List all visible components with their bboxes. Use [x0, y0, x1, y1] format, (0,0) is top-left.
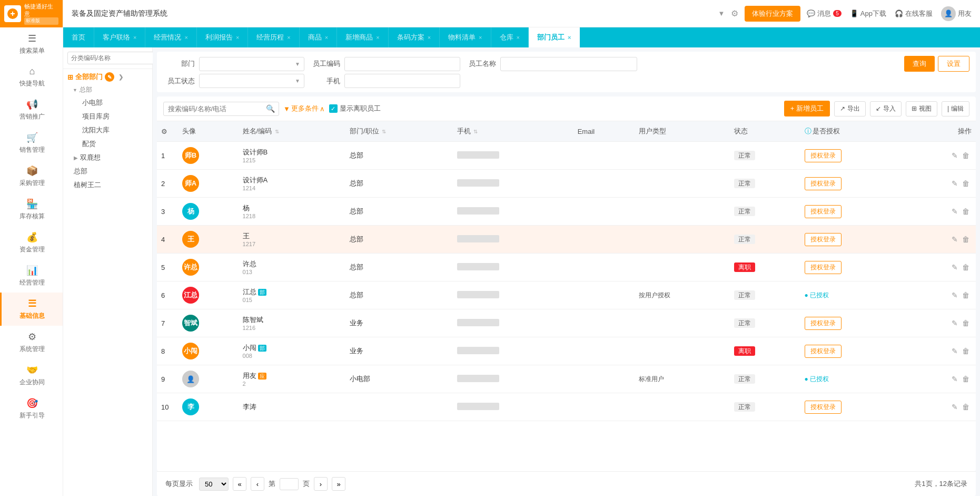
- dept-node-zhishu[interactable]: 植树王二: [70, 178, 148, 192]
- edit-employee-btn[interactable]: ✎: [952, 235, 958, 244]
- delete-employee-btn[interactable]: 🗑: [962, 375, 969, 383]
- edit-employee-btn[interactable]: ✎: [952, 319, 958, 327]
- sidebar-item-guide[interactable]: 🎯 新手引导: [0, 392, 63, 425]
- sidebar-item-marketing[interactable]: 📢 营销推广: [0, 93, 63, 127]
- import-btn[interactable]: ↙ 导入: [870, 101, 902, 116]
- employee-search-icon[interactable]: 🔍: [266, 104, 275, 113]
- tab-bom-close[interactable]: ×: [479, 34, 482, 41]
- sidebar-item-basic[interactable]: ☰ 基础信息: [0, 293, 63, 326]
- edit-employee-btn[interactable]: ✎: [952, 403, 958, 411]
- tab-operation-history-close[interactable]: ×: [287, 34, 290, 41]
- edit-employee-btn[interactable]: ✎: [952, 179, 958, 188]
- last-page-btn[interactable]: »: [332, 477, 345, 491]
- delete-employee-btn[interactable]: 🗑: [962, 235, 969, 244]
- dept-collapse-btn[interactable]: ✎: [105, 72, 114, 82]
- query-btn[interactable]: 查询: [904, 56, 935, 72]
- auth-login-btn[interactable]: 授权登录: [805, 149, 842, 162]
- edit-employee-btn[interactable]: ✎: [952, 347, 958, 355]
- tab-profit[interactable]: 利润报告 ×: [197, 27, 248, 47]
- tab-goods[interactable]: 商品 ×: [300, 27, 337, 47]
- tab-barcode[interactable]: 条码方案 ×: [389, 27, 440, 47]
- tab-operation-status[interactable]: 经营情况 ×: [145, 27, 196, 47]
- user-action[interactable]: 👤 用友: [941, 6, 972, 21]
- auth-login-btn[interactable]: 授权登录: [805, 401, 842, 414]
- settings-gear-icon[interactable]: ⚙: [731, 8, 738, 18]
- message-action[interactable]: 💬 消息 5: [807, 9, 842, 18]
- dept-node-shenyang[interactable]: 沈阳大库: [78, 123, 148, 137]
- col-settings[interactable]: ⚙: [157, 121, 178, 142]
- tab-customer[interactable]: 客户联络 ×: [94, 27, 145, 47]
- emp-name-input[interactable]: [500, 57, 637, 71]
- sidebar-item-search[interactable]: ☰ 搜索菜单: [0, 27, 63, 61]
- dept-search-input[interactable]: [67, 52, 154, 64]
- dropdown-arrow-icon[interactable]: ▼: [718, 9, 725, 17]
- tab-goods-close[interactable]: ×: [325, 34, 328, 41]
- edit-employee-btn[interactable]: ✎: [952, 263, 958, 271]
- dept-node-xiaodian[interactable]: 小电部: [78, 96, 148, 110]
- col-dept[interactable]: 部门/职位 ⇅: [345, 121, 452, 142]
- tab-profit-close[interactable]: ×: [236, 34, 239, 41]
- tab-warehouse[interactable]: 仓库 ×: [491, 27, 529, 47]
- tab-add-goods[interactable]: 新增商品 ×: [337, 27, 388, 47]
- try-industry-btn[interactable]: 体验行业方案: [745, 6, 800, 22]
- dept-node-project[interactable]: 项目库房: [78, 110, 148, 123]
- auth-login-btn[interactable]: 授权登录: [805, 205, 842, 218]
- first-page-btn[interactable]: «: [233, 477, 246, 491]
- dept-select[interactable]: [199, 57, 304, 71]
- sidebar-item-inventory[interactable]: 🏪 库存核算: [0, 193, 63, 226]
- auth-login-btn[interactable]: 授权登录: [805, 345, 842, 358]
- col-name[interactable]: 姓名/编码 ⇅: [239, 121, 345, 142]
- online-service-action[interactable]: 🎧 在线客服: [895, 9, 933, 18]
- add-employee-btn[interactable]: + 新增员工: [784, 101, 830, 116]
- sidebar-item-shortcut[interactable]: ⌂ 快捷导航: [0, 61, 63, 93]
- show-inactive-checkbox[interactable]: ✓: [329, 104, 338, 113]
- export-btn[interactable]: ↗ 导出: [834, 101, 866, 116]
- auth-login-btn[interactable]: 授权登录: [805, 261, 842, 274]
- emp-status-select[interactable]: [199, 74, 304, 88]
- edit-col-btn[interactable]: | 编辑: [942, 101, 969, 116]
- tab-operation-status-close[interactable]: ×: [184, 34, 187, 41]
- app-download-action[interactable]: 📱 App下载: [850, 9, 886, 18]
- view-btn[interactable]: ⊞ 视图: [906, 101, 937, 116]
- page-number-input[interactable]: 1: [280, 478, 299, 490]
- dept-node-shuanglu[interactable]: 双鹿想: [70, 151, 148, 164]
- next-page-btn[interactable]: ›: [314, 477, 328, 491]
- auth-login-btn[interactable]: 授权登录: [805, 233, 842, 246]
- phone-input[interactable]: [344, 74, 460, 88]
- tab-dept-employee-close[interactable]: ×: [568, 34, 571, 41]
- sidebar-item-operation[interactable]: 📊 经营管理: [0, 259, 63, 293]
- delete-employee-btn[interactable]: 🗑: [962, 319, 969, 327]
- prev-page-btn[interactable]: ‹: [251, 477, 264, 491]
- per-page-select[interactable]: 50 100 200: [199, 478, 229, 491]
- delete-employee-btn[interactable]: 🗑: [962, 151, 969, 160]
- delete-employee-btn[interactable]: 🗑: [962, 207, 969, 216]
- dept-node-peihuo[interactable]: 配货: [78, 137, 148, 151]
- tab-operation-history[interactable]: 经营历程 ×: [248, 27, 299, 47]
- tab-home[interactable]: 首页: [63, 27, 94, 47]
- show-inactive-toggle[interactable]: ✓ 显示离职员工: [329, 104, 381, 113]
- auth-login-btn[interactable]: 授权登录: [805, 177, 842, 190]
- tab-bom[interactable]: 物料清单 ×: [440, 27, 491, 47]
- emp-code-input[interactable]: [344, 57, 460, 71]
- auth-login-btn[interactable]: 授权登录: [805, 317, 842, 330]
- dept-node-zongbu[interactable]: 总部: [70, 84, 148, 96]
- delete-employee-btn[interactable]: 🗑: [962, 263, 969, 271]
- sidebar-item-system[interactable]: ⚙ 系统管理: [0, 326, 63, 359]
- tab-dept-employee[interactable]: 部门员工 ×: [529, 27, 580, 47]
- sidebar-item-sales[interactable]: 🛒 销售管理: [0, 127, 63, 160]
- delete-employee-btn[interactable]: 🗑: [962, 291, 969, 299]
- edit-employee-btn[interactable]: ✎: [952, 291, 958, 299]
- dept-node-zongbu2[interactable]: 总部: [70, 164, 148, 178]
- sidebar-item-purchase[interactable]: 📦 采购管理: [0, 160, 63, 193]
- edit-employee-btn[interactable]: ✎: [952, 375, 958, 383]
- col-phone[interactable]: 手机 ⇅: [453, 121, 573, 142]
- tab-customer-close[interactable]: ×: [133, 34, 136, 41]
- delete-employee-btn[interactable]: 🗑: [962, 403, 969, 411]
- delete-employee-btn[interactable]: 🗑: [962, 347, 969, 355]
- employee-search-input[interactable]: [163, 102, 279, 116]
- edit-employee-btn[interactable]: ✎: [952, 207, 958, 216]
- sidebar-item-finance[interactable]: 💰 资金管理: [0, 226, 63, 259]
- edit-employee-btn[interactable]: ✎: [952, 151, 958, 160]
- dept-arrow-right[interactable]: ❯: [118, 74, 123, 81]
- tab-add-goods-close[interactable]: ×: [376, 34, 379, 41]
